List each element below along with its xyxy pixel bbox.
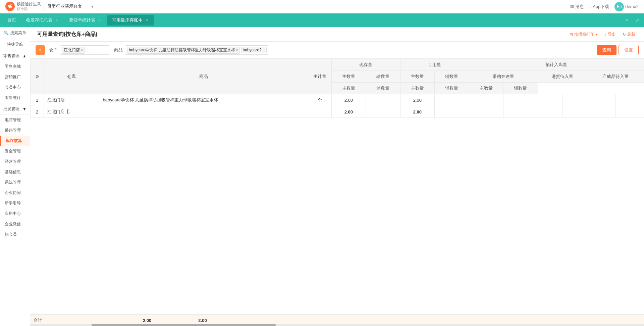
product-filter-input[interactable]: babycare学饮杯 儿童防摔防撞吸管杯重力球吸嘴杯宝宝水杯 × babyca… (125, 45, 269, 55)
query-button[interactable]: 查询 (597, 45, 616, 55)
td-fin-main-2 (587, 106, 615, 118)
sidebar-item-ecommerce[interactable]: 电商管理 (0, 115, 30, 125)
message-icon: ✉ (570, 4, 574, 9)
tab-available-inventory[interactable]: 可用量库存账本 × (107, 15, 154, 26)
sidebar-item-enterprise-wechat[interactable]: 企业微信 (0, 219, 30, 229)
td-product-2 (99, 106, 308, 118)
footer-label: 合计 (34, 317, 42, 323)
warehouse-filter-input[interactable]: 江北门店 × ... (60, 45, 110, 55)
th-avail-aux: 辅数量 (435, 71, 469, 83)
th-inc-main: 主数量 (400, 83, 435, 94)
warehouse-filter-label: 仓库 (49, 47, 58, 53)
th-settings: ⚙ (31, 59, 44, 94)
sidebar-item-app-center[interactable]: 应用中心 (0, 208, 30, 219)
td-inc-main-2 (538, 106, 562, 118)
td-unit-2 (308, 106, 331, 118)
store-selector[interactable]: 母婴行业演示账套 ▾ (44, 2, 97, 11)
th-stock-aux: 辅数量 (366, 71, 400, 83)
app-download-button[interactable]: ↓ App下载 (589, 4, 609, 10)
template-print-button[interactable]: ⊟ 按模板打印 ▾ (568, 30, 600, 39)
retail-mgmt-label: 零售管理 (3, 53, 19, 59)
td-seq-2: 2 (31, 106, 44, 118)
td-fin-aux-2 (615, 106, 644, 118)
sidebar-item-new-guide[interactable]: 新手引导 (0, 198, 30, 208)
warehouse-tag-close[interactable]: × (81, 48, 83, 52)
sidebar-item-purchase[interactable]: 采购管理 (0, 125, 30, 136)
warehouse-tag: 江北门店 × (62, 47, 85, 54)
td-avail-aux-2 (435, 106, 469, 118)
message-button[interactable]: ✉ 消息 (570, 4, 584, 10)
sidebar-section-wholesale: 批发管理 ▼ (0, 103, 30, 115)
export-button[interactable]: ↑ 导出 (602, 30, 618, 39)
sidebar-search[interactable]: 🔍 搜索菜单 (0, 27, 30, 39)
filter-actions: 查询 设置 (597, 45, 639, 55)
th-product: 商品 (99, 59, 308, 94)
tab-order-stats-close[interactable]: × (97, 18, 102, 22)
td-warehouse-1: 江北门店 (44, 94, 99, 106)
th-warehouse: 仓库 (44, 59, 99, 94)
td-pt-main-2 (469, 106, 503, 118)
filter-expand-button[interactable]: » (36, 45, 45, 55)
tab-order-stats[interactable]: 要货单统计表 × (64, 15, 107, 26)
app-name: 畅捷通好生意 (17, 2, 41, 6)
app-subtitle: 标准版 (17, 6, 41, 11)
td-avail-main-2: 2.00 (400, 106, 435, 118)
td-unit-1: 个 (308, 94, 331, 106)
td-inc-aux-1 (562, 94, 587, 106)
td-fin-main-1 (587, 94, 615, 106)
th-avail-main: 主数量 (400, 71, 435, 83)
filter-bar: » 仓库 江北门店 × ... 商品 babycare学饮杯 儿童防摔防撞吸管杯… (30, 42, 644, 59)
tab-close-all[interactable]: × (623, 16, 631, 24)
print-chevron-icon: ▾ (596, 32, 598, 37)
top-bar-right: ✉ 消息 ↓ App下载 Ea demo2 (570, 2, 639, 11)
table-container[interactable]: ⚙ 仓库 商品 主计量 现存量 可用量 预计入库量 主数量 辅数量 主数量 辅数… (30, 59, 644, 314)
th-fin-main: 主数量 (469, 83, 503, 94)
sidebar-section-retail-header[interactable]: 零售管理 ▲ (0, 50, 30, 61)
sidebar-item-member[interactable]: 畅会员 (0, 229, 30, 240)
sidebar-item-basic-info[interactable]: 基础信息 (0, 167, 30, 177)
sidebar-item-retail-mall[interactable]: 零售商城 (0, 61, 30, 72)
product-tag1-close[interactable]: × (236, 48, 238, 52)
tab-bar: 首页 收发存汇总表 × 要货单统计表 × 可用量库存账本 × × ⤢ (0, 13, 644, 27)
sidebar-section-wholesale-header[interactable]: 批发管理 ▼ (0, 103, 30, 114)
chevron-down-icon: ▾ (91, 4, 94, 9)
main-layout: 🔍 搜索菜单 快捷导航 零售管理 ▲ 零售商城 营销推广 会员中心 零售统计 批… (0, 27, 644, 326)
search-icon: 🔍 (4, 31, 9, 35)
tab-recv-summary[interactable]: 收发存汇总表 × (21, 15, 64, 26)
user-profile[interactable]: Ea demo2 (614, 2, 639, 11)
refresh-button[interactable]: ↻ 刷新 (621, 30, 637, 39)
warehouse-filter-group: 仓库 江北门店 × ... (49, 45, 110, 55)
warehouse-filter-more[interactable]: ... (86, 48, 89, 52)
avatar: Ea (614, 2, 624, 11)
tab-available-inventory-close[interactable]: × (145, 18, 149, 22)
sidebar-item-operations[interactable]: 经营管理 (0, 156, 30, 167)
sidebar-quick-nav[interactable]: 快捷导航 (0, 39, 30, 50)
settings-button[interactable]: 设置 (619, 45, 639, 55)
sidebar-section-retail: 零售管理 ▲ 零售商城 营销推广 会员中心 零售统计 (0, 50, 30, 103)
td-stock-aux-1 (366, 94, 400, 106)
td-product-1: babycare学饮杯 儿童防摔防撞吸管杯重力球吸嘴杯宝宝水杯 (99, 94, 308, 106)
chevron-icon-retail: ▲ (22, 54, 26, 58)
sidebar-item-retail-stats[interactable]: 零售统计 (0, 93, 30, 103)
sidebar-item-system[interactable]: 系统管理 (0, 177, 30, 188)
sidebar-item-member-center[interactable]: 会员中心 (0, 82, 30, 93)
product-tag-2: babycare?... (241, 47, 267, 53)
footer-available-main: 2.00 (198, 318, 207, 323)
top-bar-left: 畅 畅捷通好生意 标准版 母婴行业演示账套 ▾ (5, 2, 97, 11)
footer-stock-main: 2.00 (143, 318, 151, 323)
tab-recv-summary-close[interactable]: × (54, 18, 59, 22)
sidebar-item-finance[interactable]: 资金管理 (0, 146, 30, 156)
th-stock: 现存量 (331, 59, 400, 71)
table-row: 2 江北门店【... 2.00 2.00 (31, 106, 644, 118)
tab-home[interactable]: 首页 (3, 15, 21, 26)
sidebar-item-inventory[interactable]: 库存核算 (0, 136, 30, 146)
page-title: 可用量查询(按仓库+商品) (37, 31, 637, 38)
sidebar-item-marketing[interactable]: 营销推广 (0, 72, 30, 82)
th-purchase-transit: 采购在途量 (469, 71, 538, 83)
sidebar-item-enterprise[interactable]: 企业协同 (0, 188, 30, 198)
refresh-icon: ↻ (623, 32, 626, 37)
td-warehouse-2: 江北门店【... (44, 106, 99, 118)
product-filter-label: 商品 (114, 47, 123, 53)
th-planned-in: 预计入库量 (469, 59, 644, 71)
tab-expand[interactable]: ⤢ (633, 16, 641, 24)
